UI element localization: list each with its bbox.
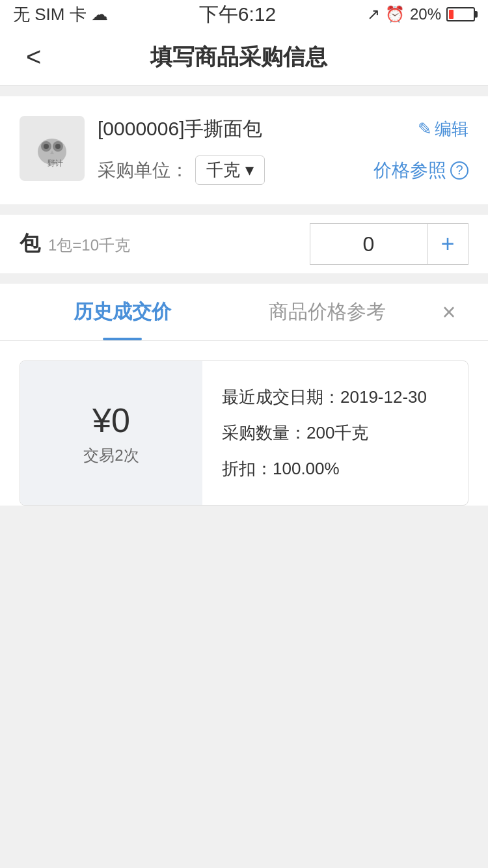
quantity-input-group: 0 + bbox=[310, 223, 468, 265]
quantity-input[interactable]: 0 bbox=[310, 223, 427, 265]
help-icon: ? bbox=[450, 161, 468, 180]
tabs-close-button[interactable]: × bbox=[429, 299, 468, 326]
purchase-qty-value: 200千克 bbox=[306, 423, 368, 442]
location-icon: ↗ bbox=[367, 5, 380, 23]
unit-value: 千克 bbox=[206, 159, 240, 182]
purchase-qty-label: 采购数量： bbox=[222, 423, 306, 442]
price-amount: 0 bbox=[111, 401, 130, 439]
tab-price-reference[interactable]: 商品价格参考 bbox=[224, 284, 429, 340]
discount-row: 折扣：100.00% bbox=[222, 456, 448, 481]
nav-bar: < 填写商品采购信息 bbox=[0, 29, 488, 86]
recent-date-value: 2019-12-30 bbox=[340, 387, 427, 407]
recent-date-row: 最近成交日期：2019-12-30 bbox=[222, 385, 448, 410]
product-section: 野计 [0000006]手撕面包 ✎ 编辑 采购单位： 千克 ▾ bbox=[0, 96, 488, 204]
edit-button[interactable]: ✎ 编辑 bbox=[418, 118, 468, 141]
edit-icon: ✎ bbox=[418, 119, 432, 139]
product-image: 野计 bbox=[29, 126, 75, 171]
edit-label: 编辑 bbox=[435, 118, 468, 141]
product-info: [0000006]手撕面包 ✎ 编辑 采购单位： 千克 ▾ 价格参照 ? bbox=[98, 116, 468, 185]
tab-active-indicator bbox=[103, 338, 142, 340]
tabs-header: 历史成交价 商品价格参考 × bbox=[0, 284, 488, 341]
currency-symbol: ¥ bbox=[92, 401, 111, 439]
status-bar: 无 SIM 卡 ☁ 下午6:12 ↗ ⏰ 20% bbox=[0, 0, 488, 29]
svg-point-3 bbox=[44, 144, 49, 149]
product-name: [0000006]手撕面包 bbox=[98, 116, 262, 142]
price-card-right: 最近成交日期：2019-12-30 采购数量：200千克 折扣：100.00% bbox=[202, 361, 468, 505]
tab-history-price-label: 历史成交价 bbox=[74, 299, 171, 325]
price-card-left: ¥0 交易2次 bbox=[20, 361, 202, 505]
purchase-unit-label: 采购单位： bbox=[98, 158, 189, 183]
price-ref-label: 价格参照 bbox=[373, 158, 446, 183]
svg-point-4 bbox=[55, 144, 61, 149]
section-divider-1 bbox=[0, 204, 488, 215]
product-row: 野计 [0000006]手撕面包 ✎ 编辑 采购单位： 千克 ▾ bbox=[20, 116, 468, 185]
tab-history-price[interactable]: 历史成交价 bbox=[20, 284, 224, 340]
product-name-row: [0000006]手撕面包 ✎ 编辑 bbox=[98, 116, 468, 142]
price-card: ¥0 交易2次 最近成交日期：2019-12-30 采购数量：200千克 折扣：… bbox=[20, 360, 468, 506]
battery-icon bbox=[446, 7, 475, 21]
trade-count: 交易2次 bbox=[83, 445, 139, 466]
main-background bbox=[0, 525, 488, 868]
quantity-conversion-label: 1包=10千克 bbox=[48, 235, 130, 256]
unit-selector[interactable]: 千克 ▾ bbox=[195, 156, 265, 185]
quantity-unit-label: 包 bbox=[20, 230, 40, 258]
battery-percent: 20% bbox=[410, 5, 441, 23]
status-left: 无 SIM 卡 ☁ bbox=[13, 3, 108, 26]
discount-label: 折扣： bbox=[222, 459, 273, 478]
price-reference-button[interactable]: 价格参照 ? bbox=[373, 158, 468, 183]
quantity-label-group: 包 1包=10千克 bbox=[20, 230, 130, 258]
purchase-unit-row: 采购单位： 千克 ▾ 价格参照 ? bbox=[98, 156, 468, 185]
page-title: 填写商品采购信息 bbox=[47, 42, 429, 72]
sim-status: 无 SIM 卡 ☁ bbox=[13, 3, 108, 26]
tabs-container: 历史成交价 商品价格参考 × ¥0 交易2次 最近成交日期：2019-12-30… bbox=[0, 284, 488, 506]
dropdown-arrow-icon: ▾ bbox=[245, 160, 254, 180]
status-time: 下午6:12 bbox=[199, 1, 276, 28]
price-display: ¥0 bbox=[92, 401, 130, 440]
purchase-qty-row: 采购数量：200千克 bbox=[222, 420, 448, 446]
discount-value: 100.00% bbox=[273, 459, 340, 478]
quantity-section: 包 1包=10千克 0 + bbox=[0, 215, 488, 273]
product-thumbnail: 野计 bbox=[20, 116, 85, 181]
tab-price-reference-label: 商品价格参考 bbox=[269, 299, 386, 325]
alarm-icon: ⏰ bbox=[385, 5, 405, 23]
svg-text:野计: 野计 bbox=[47, 159, 63, 168]
quantity-plus-button[interactable]: + bbox=[427, 223, 468, 265]
back-button[interactable]: < bbox=[20, 36, 47, 78]
status-right: ↗ ⏰ 20% bbox=[367, 5, 475, 23]
recent-date-label: 最近成交日期： bbox=[222, 387, 340, 407]
